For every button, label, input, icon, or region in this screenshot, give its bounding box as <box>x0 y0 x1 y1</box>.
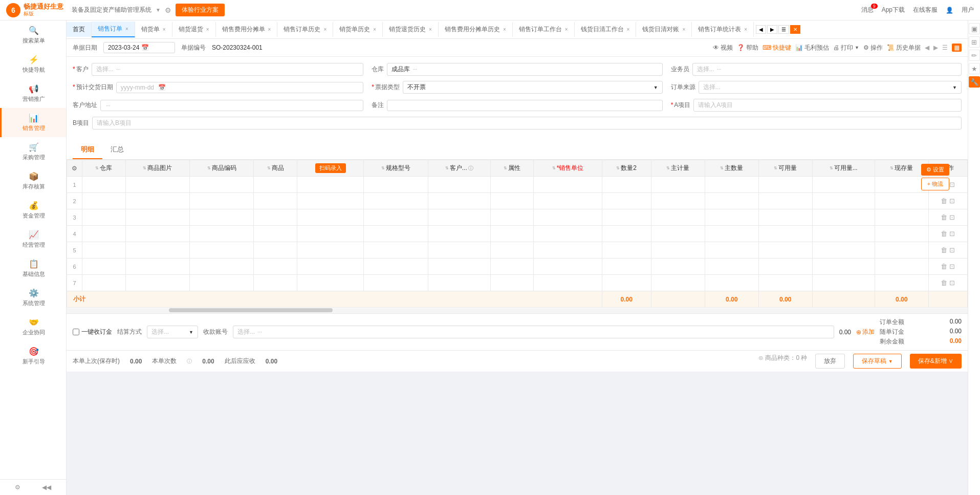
print-btn[interactable]: 🖨 打印 ▼ <box>833 44 859 52</box>
row-main-qty[interactable] <box>705 209 758 226</box>
sidebar-item-collab[interactable]: 🤝 企业协同 <box>0 312 66 341</box>
row-current-stock[interactable] <box>875 226 928 242</box>
row-available2[interactable] <box>812 177 875 193</box>
detail-tab-detail[interactable]: 明细 <box>73 141 102 159</box>
sidebar-item-sales[interactable]: 📊 销售管理 <box>0 108 66 137</box>
row-product-code[interactable] <box>190 242 254 259</box>
delete-icon[interactable]: 🗑 <box>941 213 947 221</box>
row-qty2[interactable] <box>602 193 651 209</box>
tab-sales-order[interactable]: 销售订单 × <box>92 21 135 37</box>
row-available[interactable] <box>758 177 812 193</box>
row-spec[interactable] <box>364 259 428 275</box>
tab-expense-close[interactable]: × <box>268 27 271 32</box>
copy-icon[interactable]: ⊡ <box>949 230 955 238</box>
horizontal-scrollbar[interactable] <box>67 308 968 313</box>
row-product-img[interactable] <box>125 193 189 209</box>
grid-view-icon[interactable]: ▦ <box>952 44 962 52</box>
tab-order-history[interactable]: 销售订单历史 × <box>277 22 333 37</box>
row-product[interactable] <box>254 177 297 193</box>
row-available2[interactable] <box>812 242 875 259</box>
row-sales-unit[interactable] <box>534 209 602 226</box>
list-view-icon[interactable]: ☰ <box>942 44 948 51</box>
sidebar-item-system[interactable]: ⚙️ 系统管理 <box>0 283 66 312</box>
row-current-stock[interactable] <box>875 259 928 275</box>
row-customer-code[interactable] <box>428 259 490 275</box>
row-product-img[interactable] <box>125 275 189 291</box>
row-main-unit[interactable] <box>651 275 705 291</box>
sidebar-collapse-icon[interactable]: ◀◀ <box>42 484 51 491</box>
detail-tab-summary[interactable]: 汇总 <box>102 141 132 159</box>
tab-prev-btn[interactable]: ◀ <box>756 25 766 34</box>
row-attr[interactable] <box>490 226 534 242</box>
sidebar-item-finance[interactable]: 💰 资金管理 <box>0 196 66 225</box>
tab-sales-order-close[interactable]: × <box>125 26 128 32</box>
row-available2[interactable] <box>812 193 875 209</box>
row-product-code[interactable] <box>190 177 254 193</box>
row-product[interactable] <box>254 242 297 259</box>
row-sales-unit[interactable] <box>534 275 602 291</box>
col-product-code[interactable]: ⇅商品编码 <box>190 160 254 177</box>
tab-reconcile-close[interactable]: × <box>682 27 685 32</box>
row-qty2[interactable] <box>602 259 651 275</box>
tab-return-history-close[interactable]: × <box>429 27 432 32</box>
payment-method-select[interactable]: 选择... ▼ <box>147 326 198 338</box>
warehouse-input[interactable]: 成品库 ··· <box>387 63 662 76</box>
customer-input[interactable]: 选择... ··· <box>92 63 364 76</box>
row-spec[interactable] <box>364 226 428 242</box>
add-product-float-btn[interactable]: + 物流 <box>921 178 949 190</box>
notification-icon[interactable]: 消息 9 <box>861 6 874 14</box>
tab-stats-close[interactable]: × <box>744 27 747 32</box>
col-current-stock[interactable]: ⇅现存量 <box>875 160 928 177</box>
row-sales-unit[interactable] <box>534 242 602 259</box>
next-record-icon[interactable]: ▶ <box>933 44 938 51</box>
delete-icon[interactable]: 🗑 <box>941 230 947 238</box>
sidebar-item-search[interactable]: 🔍 搜索菜单 <box>0 20 66 50</box>
right-icon-1[interactable]: ▣ <box>969 23 980 34</box>
row-attr[interactable] <box>490 209 534 226</box>
col-product-img[interactable]: ⇅商品图片 <box>125 160 189 177</box>
sidebar-item-guide[interactable]: 🎯 新手引导 <box>0 341 66 371</box>
account-input[interactable]: 选择... ··· <box>233 326 834 338</box>
right-icon-2[interactable]: ⊞ <box>969 36 980 48</box>
salesperson-input[interactable]: 选择... ··· <box>692 63 962 76</box>
sidebar-item-inventory[interactable]: 📦 库存核算 <box>0 166 66 196</box>
row-product-img[interactable] <box>125 177 189 193</box>
row-available[interactable] <box>758 226 812 242</box>
row-main-unit[interactable] <box>651 226 705 242</box>
copy-icon[interactable]: ⊡ <box>949 279 955 287</box>
copy-icon[interactable]: ⊡ <box>949 263 955 270</box>
row-customer-code[interactable] <box>428 226 490 242</box>
row-product-img[interactable] <box>125 242 189 259</box>
history-btn[interactable]: 📜 历史单据 <box>887 44 921 52</box>
row-qty2[interactable] <box>602 226 651 242</box>
scroll-thumb[interactable] <box>169 308 333 312</box>
row-main-unit[interactable] <box>651 177 705 193</box>
row-main-qty[interactable] <box>705 193 758 209</box>
col-available2[interactable]: ⇅可用量... <box>812 160 875 177</box>
sidebar-item-marketing[interactable]: 📢 营销推广 <box>0 79 66 108</box>
row-current-stock[interactable] <box>875 242 928 259</box>
one-click-label[interactable]: 一键收订金 <box>73 328 112 336</box>
row-product[interactable] <box>254 275 297 291</box>
col-customer-code[interactable]: ⇅客户...ⓘ <box>428 160 490 177</box>
tab-reconcile[interactable]: 钱货日清对账 × <box>636 22 692 37</box>
row-warehouse[interactable] <box>82 226 126 242</box>
tab-daily-clear[interactable]: 钱货日清工作台 × <box>575 22 637 37</box>
right-icon-4[interactable]: ★ <box>969 63 980 74</box>
row-attr[interactable] <box>490 242 534 259</box>
user-icon[interactable]: 👤 <box>946 7 953 14</box>
row-spec[interactable] <box>364 209 428 226</box>
col-spec[interactable]: ⇅规格型号 <box>364 160 428 177</box>
row-product-code[interactable] <box>190 275 254 291</box>
tab-expense-history[interactable]: 销售费用分摊单历史 × <box>439 22 513 37</box>
row-current-stock[interactable] <box>875 177 928 193</box>
b-project-input[interactable]: 请输入B项目 <box>92 117 962 130</box>
row-spec[interactable] <box>364 242 428 259</box>
row-available2[interactable] <box>812 275 875 291</box>
row-available[interactable] <box>758 259 812 275</box>
tab-slip-history[interactable]: 销货单历史 × <box>333 22 383 37</box>
row-main-qty[interactable] <box>705 275 758 291</box>
delete-icon[interactable]: 🗑 <box>941 263 947 270</box>
tab-order-history-close[interactable]: × <box>323 27 326 32</box>
tab-return-history[interactable]: 销货退货历史 × <box>383 22 439 37</box>
